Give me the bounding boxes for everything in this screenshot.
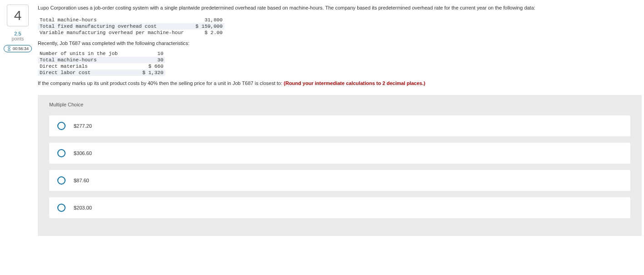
question-number-box: 4 (7, 5, 29, 26)
cell-label: Total fixed manufacturing overhead cost (38, 23, 193, 30)
table-row: Total fixed manufacturing overhead cost … (38, 23, 224, 30)
question-sidebar: 4 2.5 points 00:56:34 (2, 5, 33, 236)
answer-option-2[interactable]: $306.60 (49, 143, 630, 164)
overhead-data-table: Total machine-hours 31,800 Total fixed m… (38, 17, 224, 36)
answer-option-3[interactable]: $87.60 (49, 170, 630, 191)
answer-option-label: $306.60 (74, 150, 92, 156)
cell-value: $ 2.00 (193, 30, 224, 36)
answer-option-1[interactable]: $277.20 (49, 115, 630, 136)
rounding-warning: (Round your intermediate calculations to… (284, 80, 425, 86)
table-row: Total machine-hours 30 (38, 57, 165, 63)
answer-option-label: $203.00 (74, 205, 92, 210)
hourglass-icon (7, 46, 11, 51)
table-row: Number of units in the job 10 (38, 50, 165, 57)
table-row: Direct labor cost $ 1,320 (38, 70, 165, 76)
question-main: Lupo Corporation uses a job-order costin… (33, 5, 642, 236)
cell-value: 31,800 (193, 17, 224, 23)
cell-value: $ 159,000 (193, 23, 224, 30)
cell-label: Number of units in the job (38, 50, 138, 57)
cell-label: Direct materials (38, 63, 138, 70)
job-data-table: Number of units in the job 10 Total mach… (38, 50, 165, 76)
cell-value: 30 (138, 57, 165, 63)
answer-option-label: $277.20 (74, 123, 92, 129)
timer-badge: 00:56:34 (4, 45, 32, 52)
question-final: If the company marks up its unit product… (38, 80, 642, 86)
answers-block: Multiple Choice $277.20 $306.60 $87.60 $… (38, 95, 642, 236)
timer-text: 00:56:34 (13, 46, 29, 51)
question-intro: Lupo Corporation uses a job-order costin… (38, 5, 642, 11)
table-row: Total machine-hours 31,800 (38, 17, 224, 23)
radio-icon (57, 176, 66, 185)
cell-value: 10 (138, 50, 165, 57)
cell-label: Total machine-hours (38, 57, 138, 63)
cell-label: Direct labor cost (38, 70, 138, 76)
answer-option-label: $87.60 (74, 178, 89, 183)
question-number: 4 (14, 8, 22, 23)
table-row: Direct materials $ 660 (38, 63, 165, 70)
points-value: 2.5 (2, 31, 33, 36)
cell-label: Variable manufacturing overhead per mach… (38, 30, 193, 36)
answer-option-4[interactable]: $203.00 (49, 197, 630, 218)
table-row: Variable manufacturing overhead per mach… (38, 30, 224, 36)
radio-icon (57, 204, 66, 212)
cell-value: $ 660 (138, 63, 165, 70)
cell-label: Total machine-hours (38, 17, 193, 23)
multiple-choice-heading: Multiple Choice (49, 102, 630, 107)
cell-value: $ 1,320 (138, 70, 165, 76)
points-label: points (2, 36, 33, 41)
final-question-text: If the company marks up its unit product… (38, 80, 284, 86)
radio-icon (57, 149, 66, 157)
question-mid-text: Recently, Job T687 was completed with th… (38, 40, 642, 46)
radio-icon (57, 122, 66, 130)
